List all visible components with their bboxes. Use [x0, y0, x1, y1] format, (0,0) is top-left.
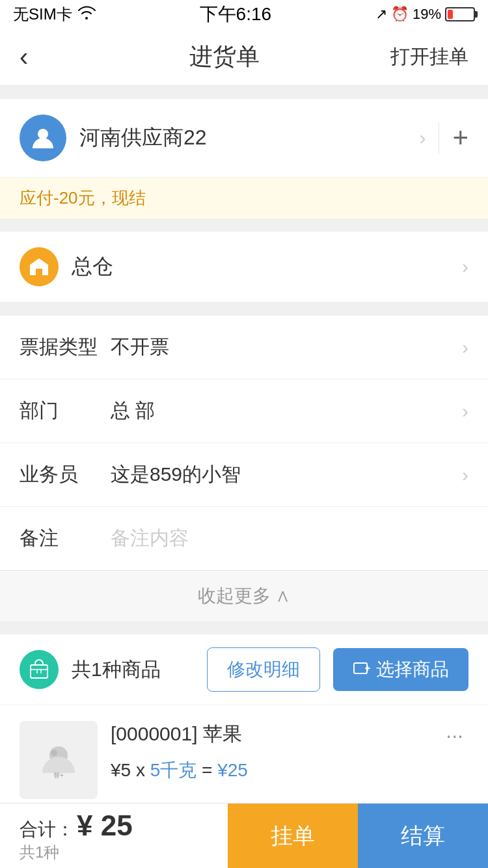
remark-row[interactable]: 备注 备注内容 — [0, 506, 488, 570]
total-section: 合计： ¥ 25 共1种 — [0, 804, 228, 868]
sales-chevron-icon: › — [462, 464, 468, 486]
bottom-bar: 合计： ¥ 25 共1种 挂单 结算 — [0, 803, 488, 868]
battery-percent: 19% — [413, 6, 441, 23]
product-header: 共1种商品 修改明细 选择商品 — [0, 634, 488, 705]
product-price-row: ¥5 x 5千克 = ¥25 — [111, 758, 441, 783]
divider-4 — [0, 621, 488, 634]
price-separator: x — [136, 760, 150, 780]
total-count: 共1种 — [20, 842, 208, 863]
remark-input[interactable]: 备注内容 — [111, 525, 468, 552]
divider-3 — [0, 302, 488, 315]
supplier-card: 河南供应商22 › + 应付-20元，现结 — [0, 99, 488, 219]
back-button[interactable]: ‹ — [20, 42, 59, 72]
hang-label: 挂单 — [271, 821, 315, 851]
sales-value: 这是859的小智 — [111, 461, 462, 488]
supplier-row[interactable]: 河南供应商22 › + — [0, 99, 488, 178]
supplier-avatar — [20, 115, 66, 161]
svg-rect-1 — [36, 269, 42, 275]
alarm-icon: ⏰ — [391, 6, 409, 23]
invoice-chevron-icon: › — [462, 336, 468, 359]
select-product-button[interactable]: 选择商品 — [333, 648, 468, 691]
svg-text:替+: 替+ — [53, 772, 64, 779]
status-bar: 无SIM卡 下午6:16 ↗ ⏰ 19% — [0, 0, 488, 29]
quantity: 5千克 — [150, 760, 197, 780]
dept-row[interactable]: 部门 总 部 › — [0, 379, 488, 442]
invoice-label: 票据类型 — [20, 334, 111, 360]
product-name: [0000001] 苹果 — [111, 721, 441, 748]
select-product-label: 选择商品 — [376, 657, 449, 682]
product-count: 共1种商品 — [72, 657, 194, 683]
settle-label: 结算 — [401, 821, 445, 851]
dept-value: 总 部 — [111, 398, 462, 424]
warehouse-chevron-icon: › — [462, 256, 468, 278]
dept-chevron-icon: › — [462, 400, 468, 422]
svg-rect-2 — [31, 665, 47, 678]
product-info: [0000001] 苹果 ¥5 x 5千克 = ¥25 — [111, 721, 441, 783]
product-section: 共1种商品 修改明细 选择商品 替+ [0000001] 苹果 — [0, 634, 488, 815]
product-title: 苹果 — [203, 723, 242, 744]
supplier-chevron-icon: › — [419, 127, 426, 149]
dept-label: 部门 — [20, 398, 111, 424]
svg-point-0 — [38, 129, 48, 139]
status-time: 下午6:16 — [200, 2, 272, 27]
supplier-name: 河南供应商22 — [79, 124, 419, 152]
divider-2 — [0, 219, 488, 232]
sales-row[interactable]: 业务员 这是859的小智 › — [0, 442, 488, 506]
remark-label: 备注 — [20, 525, 111, 552]
status-right: ↗ ⏰ 19% — [375, 6, 475, 23]
unit-price: ¥5 — [111, 760, 131, 780]
form-card: 票据类型 不开票 › 部门 总 部 › 业务员 这是859的小智 › 备注 备注… — [0, 315, 488, 570]
hang-button[interactable]: 挂单 — [228, 804, 358, 868]
product-item: 替+ [0000001] 苹果 ¥5 x 5千克 = ¥25 ··· — [0, 705, 488, 815]
equals-sign: = — [202, 760, 217, 780]
invoice-row[interactable]: 票据类型 不开票 › — [0, 315, 488, 379]
status-left: 无SIM卡 — [13, 4, 96, 25]
collapse-row[interactable]: 收起更多 ∧ — [0, 570, 488, 621]
warehouse-icon — [20, 247, 59, 286]
product-thumbnail: 替+ — [20, 721, 98, 799]
total-amount: ¥ 25 — [77, 809, 133, 842]
invoice-value: 不开票 — [111, 334, 462, 360]
wifi-icon — [77, 5, 96, 23]
product-icon — [20, 650, 59, 689]
subtotal: ¥25 — [217, 760, 248, 780]
svg-point-5 — [51, 750, 57, 756]
warehouse-row[interactable]: 总仓 › — [0, 232, 488, 302]
open-pending-button[interactable]: 打开挂单 — [390, 44, 468, 70]
collapse-label: 收起更多 ∧ — [198, 584, 291, 608]
notice-text: 应付-20元，现结 — [20, 188, 146, 208]
nav-bar: ‹ 进货单 打开挂单 — [0, 29, 488, 86]
page-title: 进货单 — [189, 41, 260, 73]
total-label: 合计： — [20, 817, 74, 842]
supplier-divider — [439, 122, 439, 154]
more-options-button[interactable]: ··· — [441, 721, 468, 750]
location-icon: ↗ — [375, 6, 387, 23]
warehouse-card: 总仓 › — [0, 232, 488, 302]
notice-bar: 应付-20元，现结 — [0, 178, 488, 219]
warehouse-label: 总仓 — [72, 252, 462, 281]
divider-top — [0, 86, 488, 99]
carrier-text: 无SIM卡 — [13, 4, 72, 25]
edit-detail-button[interactable]: 修改明细 — [207, 647, 320, 692]
product-code: [0000001] — [111, 723, 197, 744]
add-supplier-button[interactable]: + — [452, 124, 468, 152]
settle-button[interactable]: 结算 — [358, 804, 488, 868]
sales-label: 业务员 — [20, 461, 111, 488]
battery-icon — [445, 7, 475, 21]
